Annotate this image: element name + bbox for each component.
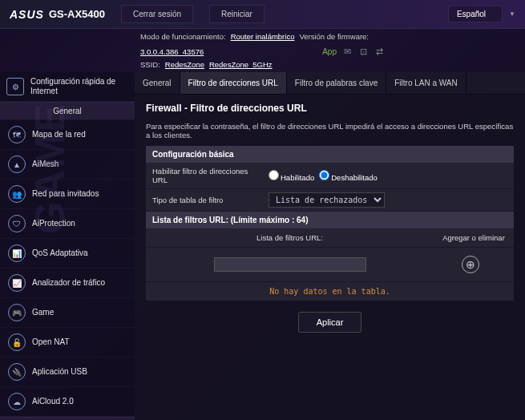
sidebar-item-label: Open NAT (32, 337, 70, 347)
tab[interactable]: Filtro de palabras clave (287, 72, 386, 94)
sidebar-item-label: AiMesh (32, 160, 59, 169)
brand-text: ASUS (10, 8, 44, 21)
notification-icon[interactable]: ✉ (341, 46, 353, 57)
ssid2-link[interactable]: RedesZone_5GHz (209, 60, 273, 69)
sidebar-item[interactable]: 🔓Open NAT (0, 328, 135, 357)
ssid1-link[interactable]: RedesZone (165, 60, 204, 69)
col-action: Agregar o eliminar (434, 228, 514, 247)
sidebar-item[interactable]: 🎮Game (0, 298, 135, 328)
sidebar-item[interactable]: ▲AiMesh (0, 150, 135, 180)
sidebar-quick-setup[interactable]: ⚙ Configuración rápida de Internet (0, 72, 135, 102)
sidebar-item-label: Aplicación USB (32, 367, 87, 377)
url-list-header: Lista de filtros URL: (Límite máximo : 6… (146, 212, 514, 228)
url-input[interactable] (214, 257, 366, 272)
sidebar-group-advanced: Configuración avanzada (0, 417, 135, 420)
empty-table-message: No hay datos en la tabla. (146, 282, 514, 301)
sidebar-icon: 🛡 (8, 215, 26, 232)
sidebar-item-label: AiCloud 2.0 (32, 397, 74, 406)
sidebar-item-label: Configuración rápida de Internet (30, 77, 128, 96)
enable-filter-label: Habilitar filtro de direcciones URL (146, 163, 262, 188)
mode-link[interactable]: Router inalámbrico (231, 32, 295, 41)
sidebar-icon: 👥 (8, 185, 26, 203)
link-icon[interactable]: ⇄ (374, 46, 385, 57)
fw-label: Versión de firmware: (299, 32, 369, 41)
sidebar-item-label: QoS Adaptativa (32, 248, 88, 258)
radio-disabled[interactable] (319, 170, 329, 180)
logout-button[interactable]: Cerrar sesión (121, 5, 193, 23)
sidebar: ⚙ Configuración rápida de Internet Gener… (0, 72, 135, 420)
logo: ASUS GS-AX5400 (10, 8, 105, 21)
info-bar-2: SSID: RedesZone RedesZone_5GHz (0, 60, 525, 72)
radio-enabled[interactable] (269, 170, 279, 180)
reboot-button[interactable]: Reiniciar (209, 5, 265, 23)
sidebar-item-label: Analizador de tráfico (32, 278, 105, 288)
col-url: Lista de filtros URL: (146, 228, 434, 247)
tab[interactable]: Filtro LAN a WAN (386, 72, 466, 94)
basic-config-header: Configuración básica (146, 146, 514, 163)
tab[interactable]: Filtro de direcciones URL (180, 72, 287, 94)
app-badge[interactable]: App (322, 47, 337, 56)
sidebar-icon: 📊 (8, 244, 26, 262)
ssid-label: SSID: (140, 60, 160, 69)
sidebar-icon: 🎮 (8, 304, 26, 321)
sidebar-item-label: AiProtection (32, 219, 75, 228)
sidebar-item[interactable]: 🔌Aplicación USB (0, 357, 135, 387)
sidebar-item[interactable]: ☁AiCloud 2.0 (0, 387, 135, 417)
fw-link[interactable]: 3.0.0.4.386_43576 (140, 47, 204, 56)
sidebar-icon: 🔓 (8, 333, 26, 351)
language-selector[interactable]: Español (448, 6, 503, 22)
tab[interactable]: General (135, 72, 180, 94)
sidebar-group-general: General (0, 102, 135, 120)
radio-enabled-label[interactable]: Habilitado (269, 170, 314, 182)
sidebar-icon: 🗺 (8, 126, 26, 143)
table-type-label: Tipo de tabla de filtro (146, 192, 262, 208)
gear-icon: ⚙ (6, 78, 24, 95)
mode-label: Modo de funcionamiento: (140, 32, 226, 41)
apply-button[interactable]: Aplicar (298, 312, 362, 333)
main-content: GeneralFiltro de direcciones URLFiltro d… (135, 72, 525, 420)
sidebar-icon: 🔌 (8, 363, 26, 381)
sidebar-icon: ☁ (8, 393, 26, 410)
tabs: GeneralFiltro de direcciones URLFiltro d… (135, 72, 525, 95)
add-button[interactable]: ⊕ (462, 256, 479, 273)
sidebar-icon: ▲ (8, 155, 26, 173)
info-bar: Modo de funcionamiento: Router inalámbri… (0, 29, 525, 60)
language-label: Español (457, 10, 486, 18)
usb-icon[interactable]: ⊡ (357, 46, 369, 57)
header: ASUS GS-AX5400 Cerrar sesión Reiniciar E… (0, 0, 525, 29)
sidebar-item[interactable]: 📈Analizador de tráfico (0, 269, 135, 298)
sidebar-item-label: Game (32, 308, 54, 317)
page-description: Para especificar la contraseña, el filtr… (146, 122, 514, 139)
sidebar-item[interactable]: 🛡AiProtection (0, 209, 135, 239)
sidebar-item-label: Mapa de la red (32, 130, 86, 139)
page-title: Firewall - Filtro de direcciones URL (146, 103, 514, 114)
sidebar-item[interactable]: 📊QoS Adaptativa (0, 239, 135, 269)
sidebar-item-label: Red para invitados (32, 189, 99, 199)
sidebar-icon: 📈 (8, 274, 26, 292)
chevron-down-icon: ▼ (509, 10, 515, 18)
sidebar-item[interactable]: 👥Red para invitados (0, 180, 135, 209)
table-type-select[interactable]: Lista de rechazados (269, 192, 385, 208)
model-text: GS-AX5400 (49, 8, 105, 20)
radio-disabled-label[interactable]: Deshabilitado (319, 170, 378, 182)
sidebar-item[interactable]: 🗺Mapa de la red (0, 120, 135, 150)
